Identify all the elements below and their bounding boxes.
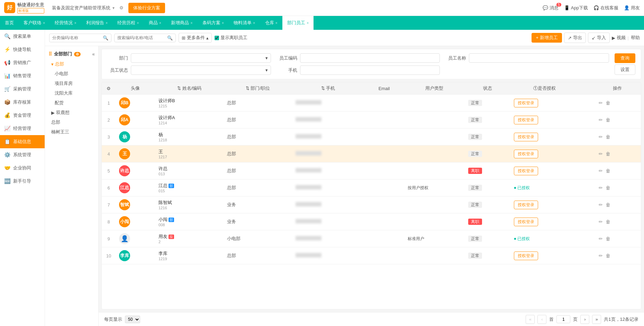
search-box[interactable]: 🔍 bbox=[49, 34, 111, 42]
delete-button[interactable]: 🗑 bbox=[604, 150, 612, 157]
first-page-button[interactable]: « bbox=[526, 315, 535, 324]
th-settings[interactable]: ⚙ bbox=[102, 82, 116, 95]
dept-item-distribution[interactable]: 配货 bbox=[45, 98, 98, 108]
search-code-input[interactable] bbox=[117, 35, 166, 40]
sidebar-item-management[interactable]: 📈 经营管理 bbox=[0, 122, 45, 135]
delete-button[interactable]: 🗑 bbox=[604, 201, 612, 208]
close-icon[interactable]: × bbox=[159, 21, 161, 25]
sidebar-item-guide[interactable]: 🆕 新手引导 bbox=[0, 175, 45, 188]
show-resigned-label[interactable]: 显示离职员工 bbox=[215, 35, 247, 41]
per-page-select[interactable]: 50 bbox=[125, 316, 140, 323]
search-input[interactable] bbox=[52, 35, 101, 40]
tab-customer[interactable]: 客户联络× bbox=[19, 16, 50, 30]
last-page-button[interactable]: » bbox=[592, 315, 601, 324]
tab-profit[interactable]: 利润报告× bbox=[81, 16, 112, 30]
edit-button[interactable]: ✏ bbox=[597, 184, 604, 191]
edit-button[interactable]: ✏ bbox=[597, 167, 604, 174]
delete-button[interactable]: 🗑 bbox=[604, 99, 612, 106]
sidebar-item-quicknav[interactable]: ⚡ 快捷导航 bbox=[0, 43, 45, 56]
delete-button[interactable]: 🗑 bbox=[604, 235, 612, 242]
edit-button[interactable]: ✏ bbox=[597, 235, 604, 242]
dept-item-project-warehouse[interactable]: 项目库房 bbox=[45, 79, 98, 88]
delete-button[interactable]: 🗑 bbox=[604, 116, 612, 123]
dept-item-shenyang[interactable]: 沈阳大库 bbox=[45, 88, 98, 98]
authorize-button[interactable]: 授权登录 bbox=[514, 133, 538, 141]
dept-item-shuanglu[interactable]: ▶ 双鹿想 bbox=[45, 108, 98, 117]
gear-icon[interactable]: ⚙ bbox=[117, 3, 126, 13]
search-phone-box[interactable]: 🔍 bbox=[114, 34, 176, 42]
chevron-down-icon[interactable]: ▾ bbox=[112, 6, 115, 10]
export-button[interactable]: ↗ 导出 bbox=[564, 33, 586, 43]
sidebar-item-marketing[interactable]: 📢 营销推广 bbox=[0, 56, 45, 69]
tab-newgoods[interactable]: 新增商品× bbox=[166, 16, 197, 30]
close-icon[interactable]: × bbox=[275, 21, 278, 25]
sidebar-item-collab[interactable]: 🤝 企业协同 bbox=[0, 161, 45, 175]
emp-name-input[interactable] bbox=[469, 53, 609, 63]
th-dept[interactable]: ⇅ 部门/职位 bbox=[224, 82, 292, 95]
authorize-button[interactable]: 授权登录 bbox=[514, 99, 538, 107]
authorize-button[interactable]: 授权登录 bbox=[514, 167, 538, 175]
help-button[interactable]: 帮助 bbox=[631, 35, 640, 41]
close-icon[interactable]: × bbox=[190, 21, 192, 25]
more-filter-button[interactable]: ⊞ 更多条件 ▴ bbox=[179, 33, 212, 43]
delete-button[interactable]: 🗑 bbox=[604, 252, 612, 259]
dept-item-small-electric[interactable]: 小电部 bbox=[45, 69, 98, 79]
delete-button[interactable]: 🗑 bbox=[604, 184, 612, 191]
edit-button[interactable]: ✏ bbox=[597, 116, 604, 123]
sidebar-item-purchase[interactable]: 🛒 采购管理 bbox=[0, 82, 45, 96]
close-icon[interactable]: × bbox=[222, 21, 224, 25]
edit-button[interactable]: ✏ bbox=[597, 150, 604, 157]
set-button[interactable]: 设置 bbox=[615, 64, 635, 75]
delete-button[interactable]: 🗑 bbox=[604, 133, 612, 140]
sidebar-item-sales[interactable]: 📊 销售管理 bbox=[0, 69, 45, 82]
close-icon[interactable]: × bbox=[74, 21, 76, 25]
edit-button[interactable]: ✏ bbox=[597, 133, 604, 140]
sidebar-item-system[interactable]: ⚙️ 系统管理 bbox=[0, 148, 45, 161]
user-button[interactable]: 👤 用友 bbox=[624, 5, 640, 11]
message-button[interactable]: 💬 消息 5 bbox=[543, 5, 559, 11]
authorize-button[interactable]: 授权登录 bbox=[514, 116, 538, 124]
sidebar-item-basic[interactable]: 📋 基础信息 bbox=[0, 135, 45, 148]
authorize-button[interactable]: 授权登录 bbox=[514, 218, 538, 226]
edit-button[interactable]: ✏ bbox=[597, 252, 604, 259]
support-button[interactable]: 🎧 在线客服 bbox=[593, 5, 618, 11]
next-page-button[interactable]: › bbox=[580, 315, 589, 324]
query-button[interactable]: 查询 bbox=[615, 53, 635, 63]
add-employee-button[interactable]: + 新增员工 bbox=[532, 33, 562, 43]
tab-goods[interactable]: 商品× bbox=[144, 16, 166, 30]
emp-status-select[interactable]: ▾ bbox=[131, 65, 271, 75]
download-button[interactable]: 📱 App下载 bbox=[564, 5, 588, 11]
close-icon[interactable]: × bbox=[307, 21, 309, 25]
dept-item-nanshuwang[interactable]: 楠树王三 bbox=[45, 127, 98, 137]
tab-bom[interactable]: 物料清单× bbox=[229, 16, 260, 30]
tab-operation[interactable]: 经营情况× bbox=[50, 16, 81, 30]
prev-page-button[interactable]: ‹ bbox=[537, 315, 546, 324]
sidebar-item-inventory[interactable]: 📦 库存核算 bbox=[0, 96, 45, 109]
dept-item-general[interactable]: ▾ 总部 bbox=[45, 59, 98, 69]
video-button[interactable]: ▶ 视频 bbox=[612, 35, 626, 41]
dept-item-hq2[interactable]: 总部 bbox=[45, 117, 98, 127]
authorize-button[interactable]: 授权登录 bbox=[514, 201, 538, 209]
authorize-button[interactable]: 授权登录 bbox=[514, 252, 538, 260]
page-input[interactable] bbox=[556, 315, 570, 323]
th-name[interactable]: ⇅ 姓名/编码 bbox=[155, 82, 224, 95]
tab-home[interactable]: 首页 bbox=[0, 16, 19, 30]
import-button[interactable]: ↙ 导入 bbox=[588, 33, 610, 43]
edit-button[interactable]: ✏ bbox=[597, 201, 604, 208]
show-resigned-checkbox[interactable] bbox=[215, 36, 219, 40]
phone-input[interactable] bbox=[300, 65, 440, 75]
tab-department[interactable]: 部门员工× bbox=[282, 16, 314, 30]
tab-history[interactable]: 经营历程× bbox=[112, 16, 144, 30]
th-phone[interactable]: ⇅ 手机 bbox=[292, 82, 364, 95]
edit-button[interactable]: ✏ bbox=[597, 218, 604, 225]
edit-button[interactable]: ✏ bbox=[597, 99, 604, 106]
close-icon[interactable]: × bbox=[137, 21, 139, 25]
delete-button[interactable]: 🗑 bbox=[604, 218, 612, 225]
tab-warehouse[interactable]: 仓库× bbox=[260, 16, 282, 30]
sidebar-item-search[interactable]: 🔍 搜索菜单 bbox=[0, 30, 45, 43]
close-icon[interactable]: × bbox=[253, 21, 255, 25]
delete-button[interactable]: 🗑 bbox=[604, 167, 612, 174]
try-button[interactable]: 体验行业方案 bbox=[128, 3, 165, 13]
collapse-button[interactable]: « bbox=[92, 51, 95, 57]
sidebar-item-finance[interactable]: 💰 资金管理 bbox=[0, 109, 45, 122]
